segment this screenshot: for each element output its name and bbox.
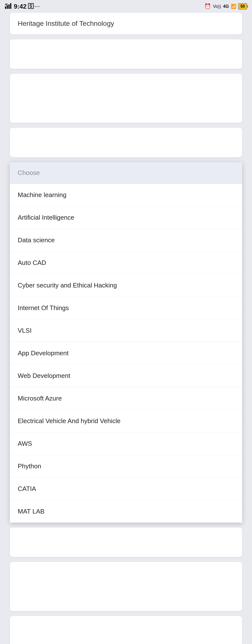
dropdown-item[interactable]: Internet Of Things	[10, 297, 242, 320]
page-content: Heritage Institute of Technology Choose …	[0, 13, 252, 644]
battery-level: 50	[240, 4, 245, 8]
form-card-6	[10, 616, 242, 644]
dropdown-item-label: Web Development	[18, 372, 70, 379]
dropdown-item[interactable]: Data science	[10, 229, 242, 252]
alarm-icon: ⏰	[204, 3, 211, 10]
dropdown-item[interactable]: AWS	[10, 432, 242, 455]
form-card-4	[10, 528, 242, 557]
lte-label: 4G	[223, 4, 229, 9]
dropdown-item[interactable]: MAT LAB	[10, 500, 242, 522]
dropdown-item[interactable]: Cyber security and Ethical Hacking	[10, 274, 242, 297]
dropdown-item-label: Auto CAD	[18, 259, 46, 266]
dropdown-item-label: Machine learning	[18, 191, 66, 198]
form-card-3	[10, 128, 242, 157]
time-display: 9:42	[14, 3, 27, 10]
dropdown-item[interactable]: Electrical Vehicle And hybrid Vehicle	[10, 410, 242, 432]
svg-rect-0	[5, 6, 6, 9]
dropdown-item-label: Phython	[18, 462, 41, 470]
status-bar: 4G 9:42 🅂 ··· ⏰ Vo)) 4G 📶 50	[0, 0, 252, 13]
dropdown-item[interactable]: Auto CAD	[10, 252, 242, 274]
dots-icon: ···	[35, 4, 40, 9]
page-title: Heritage Institute of Technology	[18, 20, 114, 27]
svg-text:4G: 4G	[5, 3, 8, 6]
dropdown-item-label: VLSI	[18, 327, 32, 334]
dropdown-item[interactable]: VLSI	[10, 320, 242, 342]
dropdown-item[interactable]: Phython	[10, 455, 242, 478]
dropdown-item[interactable]: Artificial Intelligence	[10, 206, 242, 229]
dropdown-items-list: Machine learningArtificial IntelligenceD…	[10, 184, 242, 522]
dropdown-item[interactable]: Microsoft Azure	[10, 387, 242, 410]
form-card-5	[10, 562, 242, 611]
wifi-icon: 📶	[231, 4, 236, 9]
dropdown-item[interactable]: Web Development	[10, 365, 242, 387]
dropdown-menu[interactable]: Choose Machine learningArtificial Intell…	[10, 162, 242, 522]
dropdown-item-label: CATIA	[18, 485, 36, 492]
status-left: 4G 9:42 🅂 ···	[5, 3, 40, 10]
svg-rect-2	[8, 4, 10, 9]
dropdown-item-label: Internet Of Things	[18, 304, 69, 312]
status-right: ⏰ Vo)) 4G 📶 50	[204, 3, 247, 10]
dropdown-item-label: App Development	[18, 350, 69, 357]
svg-rect-1	[7, 6, 8, 9]
form-card-2	[10, 74, 242, 123]
dropdown-item-label: AWS	[18, 440, 32, 447]
dropdown-item-label: MAT LAB	[18, 508, 45, 515]
dropdown-item[interactable]: Machine learning	[10, 184, 242, 206]
dropdown-item-label: Microsoft Azure	[18, 394, 62, 402]
svg-rect-3	[10, 3, 11, 9]
dropdown-item[interactable]: CATIA	[10, 478, 242, 500]
dropdown-placeholder-text: Choose	[18, 169, 40, 176]
dropdown-placeholder[interactable]: Choose	[10, 162, 242, 184]
battery-indicator: 50	[238, 3, 247, 10]
carrier-icon: 🅂	[28, 3, 34, 10]
dropdown-item-label: Data science	[18, 236, 55, 244]
dropdown-item-label: Cyber security and Ethical Hacking	[18, 282, 117, 289]
page-header-card: Heritage Institute of Technology	[10, 13, 242, 34]
signal-icon: 4G	[5, 3, 12, 10]
dropdown-item-label: Artificial Intelligence	[18, 214, 74, 221]
form-card-1	[10, 39, 242, 69]
vol-icon: Vo))	[213, 4, 221, 9]
dropdown-item-label: Electrical Vehicle And hybrid Vehicle	[18, 417, 120, 424]
dropdown-item[interactable]: App Development	[10, 342, 242, 365]
